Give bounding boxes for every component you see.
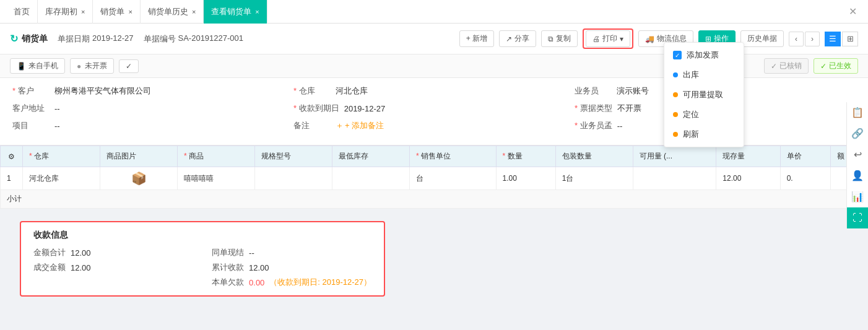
status-nukexiao: ✓ 已核销 — [764, 58, 809, 74]
balance-value: 0.00 — [249, 278, 264, 287]
subtotal-row: 小计 — [1, 190, 868, 209]
prev-button[interactable]: ‹ — [789, 32, 804, 46]
staff-label: 业务员 — [575, 85, 612, 97]
next-button[interactable]: › — [805, 32, 820, 46]
warehouse-value: 河北仓库 — [336, 85, 368, 97]
sidebar-icon-4[interactable]: 👤 — [847, 165, 868, 186]
remark-add-button[interactable]: ＋ + 添加备注 — [336, 120, 384, 131]
tab-sales-history-close[interactable]: × — [192, 8, 196, 15]
dropdown-outbound[interactable]: 出库 — [664, 65, 744, 85]
sidebar-icon-3[interactable]: ↩ — [847, 144, 868, 165]
share-button[interactable]: ↗ 分享 — [499, 30, 536, 47]
doc-meta: 单据日期 2019-12-27 单据编号 SA-20191227-001 — [58, 33, 243, 45]
table-wrap: ⚙ 仓库 商品图片 商品 规格型号 最低库存 销售单位 数量 包装数量 可用量 … — [0, 145, 868, 209]
print-highlight-box: 🖨 打印 ▾ — [583, 28, 633, 49]
ticket-type-label: 票据类型 — [575, 103, 612, 114]
new-button[interactable]: + 新增 — [459, 30, 494, 47]
warehouse-field: 仓库 河北仓库 — [293, 85, 575, 97]
subtotal-label: 小计 — [1, 190, 868, 209]
shengxiao-check-icon: ✓ — [820, 62, 827, 71]
right-sidebar: 📋 🔗 ↩ 👤 📊 ⛶ — [846, 102, 868, 228]
sidebar-icon-6[interactable]: ⛶ — [847, 207, 868, 228]
dropdown-available-qty[interactable]: 可用量提取 — [664, 85, 744, 105]
ticket-type-value: 不开票 — [617, 103, 641, 114]
cell-current-stock: 12.00 — [716, 167, 780, 190]
from-phone-button[interactable]: 📱 来自手机 — [10, 58, 65, 74]
balance-label: 本单欠款 — [212, 277, 244, 288]
not-open-button[interactable]: 未开票 — [70, 58, 114, 74]
col-spec: 规格型号 — [255, 146, 332, 167]
total-label: 金额合计 — [33, 247, 66, 258]
cell-min-stock — [332, 167, 410, 190]
dropdown-add-invoice[interactable]: ✓ 添加发票 — [664, 45, 744, 65]
cell-pack-qty: 1台 — [555, 167, 633, 190]
cumulative-label: 累计收款 — [212, 262, 244, 273]
col-available: 可用量 (... — [633, 146, 716, 167]
cumulative-value: 12.00 — [249, 263, 269, 272]
balance-note: （收款到期日: 2019-12-27） — [269, 277, 371, 288]
refresh-dot-icon — [673, 132, 678, 137]
total-row: 金额合计 12.00 — [33, 247, 193, 258]
doc-number-field: 单据编号 SA-20191227-001 — [144, 33, 244, 45]
doc-number-value: SA-20191227-001 — [178, 33, 244, 45]
cell-spec — [255, 167, 332, 190]
list-view-button[interactable]: ☰ — [825, 32, 841, 46]
transaction-label: 成交金额 — [33, 262, 66, 273]
sidebar-icon-2[interactable]: 🔗 — [847, 123, 868, 144]
transaction-row: 成交金额 12.00 — [33, 262, 193, 273]
print-button[interactable]: 🖨 打印 ▾ — [586, 30, 630, 47]
summary-title: 收款信息 — [33, 230, 371, 241]
history-button[interactable]: 历史单据 — [740, 30, 784, 47]
same-order-label: 同单现结 — [212, 247, 244, 258]
tab-sales-order-close[interactable]: × — [128, 8, 132, 15]
col-pack-qty: 包装数量 — [555, 146, 633, 167]
nav-arrows: ‹ › — [789, 32, 820, 46]
payment-date-value: 2019-12-27 — [344, 104, 386, 113]
tab-inventory-init[interactable]: 库存期初 × — [38, 0, 93, 24]
customer-value: 柳州粤港平安气体有限公司 — [54, 85, 151, 97]
doc-date-field: 单据日期 2019-12-27 — [58, 33, 134, 45]
confirm-icon: ✓ — [126, 62, 132, 71]
dropdown-refresh[interactable]: 刷新 — [664, 124, 744, 144]
tab-sales-order[interactable]: 销货单 × — [93, 0, 140, 24]
tab-inventory-init-close[interactable]: × — [81, 8, 85, 15]
customer-label: 客户 — [12, 85, 50, 97]
col-unit-price: 单价 — [780, 146, 831, 167]
tab-view-sales-close[interactable]: × — [255, 8, 259, 15]
address-value: -- — [54, 104, 60, 113]
copy-icon: ⧉ — [548, 35, 553, 43]
sidebar-icon-1[interactable]: 📋 — [847, 102, 868, 123]
tab-sales-history[interactable]: 销货单历史 × — [141, 0, 204, 24]
grid-view-button[interactable]: ⊞ — [842, 32, 858, 46]
add-invoice-checkbox-icon: ✓ — [673, 51, 682, 59]
doc-date-label: 单据日期 — [58, 33, 90, 45]
tab-view-sales[interactable]: 查看销货单 × — [204, 0, 267, 24]
phone-icon: 📱 — [17, 62, 26, 71]
doc-title: ↻ 销货单 — [10, 33, 48, 45]
tab-home[interactable]: 首页 — [6, 0, 38, 24]
tab-bar: 首页 库存期初 × 销货单 × 销货单历史 × 查看销货单 × ✕ — [0, 0, 868, 24]
summary-grid: 金额合计 12.00 同单现结 -- 成交金额 12.00 累计收款 12.00 — [33, 247, 371, 288]
cell-warehouse: 河北仓库 — [23, 167, 100, 190]
project-field: 项目 -- — [12, 120, 293, 131]
col-product-img: 商品图片 — [100, 146, 178, 167]
address-field: 客户地址 -- — [12, 103, 293, 114]
items-table: ⚙ 仓库 商品图片 商品 规格型号 最低库存 销售单位 数量 包装数量 可用量 … — [0, 145, 868, 209]
dropdown-locate[interactable]: 定位 — [664, 105, 744, 124]
total-value: 12.00 — [71, 248, 91, 258]
doc-type-label: 销货单 — [22, 33, 48, 45]
copy-button[interactable]: ⧉ 复制 — [541, 30, 578, 47]
confirm-button[interactable]: ✓ — [119, 59, 139, 73]
table-header-row: ⚙ 仓库 商品图片 商品 规格型号 最低库存 销售单位 数量 包装数量 可用量 … — [1, 146, 868, 167]
project-label: 项目 — [12, 120, 50, 131]
locate-dot-icon — [673, 112, 678, 117]
toolbar: + 新增 ↗ 分享 ⧉ 复制 🖨 打印 ▾ 🚚 物流信息 ⊞ 操作 历史单据 — [459, 28, 858, 49]
warehouse-label: 仓库 — [293, 85, 331, 97]
doc-date-value: 2019-12-27 — [92, 33, 134, 45]
view-toggle: ☰ ⊞ — [825, 32, 858, 46]
cell-sales-unit: 台 — [410, 167, 497, 190]
sidebar-icon-5[interactable]: 📊 — [847, 186, 868, 207]
window-close[interactable]: ✕ — [844, 3, 862, 20]
print-dropdown-arrow[interactable]: ▾ — [620, 35, 623, 43]
project-value: -- — [54, 121, 60, 131]
